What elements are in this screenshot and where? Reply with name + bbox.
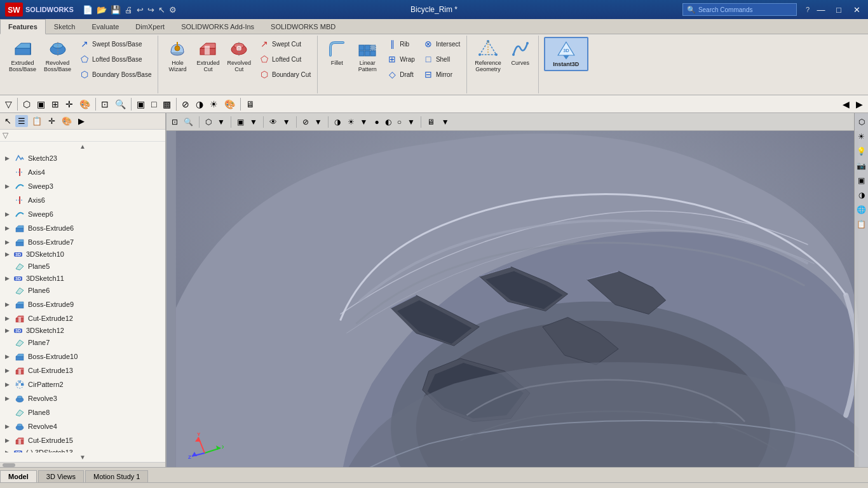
vt-orient[interactable]: ⬡ xyxy=(203,116,214,128)
save-btn[interactable]: 💾 xyxy=(111,5,121,15)
tree-item-revolve4[interactable]: ▶ Revolve4 xyxy=(0,419,165,433)
tree-item-cut-extrude12[interactable]: ▶ Cut-Extrude12 xyxy=(0,311,165,325)
tab-dimxpert[interactable]: DimXpert xyxy=(127,19,173,34)
view-display-shaded[interactable]: ▣ xyxy=(134,98,147,111)
curves-btn[interactable]: Curves xyxy=(506,37,534,69)
tree-item-cirpattern2[interactable]: ▶ CirPattern2 xyxy=(0,377,165,391)
tab-evaluate[interactable]: Evaluate xyxy=(84,19,128,34)
select-btn[interactable]: ↖ xyxy=(158,5,165,15)
vt-monitor[interactable]: 🖥 xyxy=(424,116,437,128)
model-viewport[interactable]: X Y Z xyxy=(166,131,868,467)
vt-color-arrow[interactable]: ▼ xyxy=(405,116,417,128)
redo-btn[interactable]: ↪ xyxy=(147,5,154,15)
tree-item-3dsketch11[interactable]: ▶ 3D 3DSketch11 xyxy=(0,273,165,283)
tree-item-axis6[interactable]: Axis6 xyxy=(0,193,165,207)
vt-display-arrow[interactable]: ▼ xyxy=(247,116,260,128)
ri-btn2[interactable]: ☀ xyxy=(855,130,868,143)
reference-geometry-btn[interactable]: ReferenceGeometry xyxy=(472,37,504,75)
tab-motion-study[interactable]: Motion Study 1 xyxy=(85,470,148,482)
tree-scroll-up[interactable]: ▲ xyxy=(0,142,165,151)
revolved-boss-btn[interactable]: RevolvedBoss/Base xyxy=(41,37,74,75)
cmd-filter-icon[interactable]: ▽ xyxy=(3,98,15,111)
vt-section[interactable]: ⊘ xyxy=(300,116,311,128)
tree-list-btn[interactable]: ☰ xyxy=(15,115,28,127)
vt-zoom-inout[interactable]: 🔍 xyxy=(181,116,196,128)
linear-pattern-btn[interactable]: LinearPattern xyxy=(353,37,381,75)
draft-btn[interactable]: ◇ Draft xyxy=(384,67,417,81)
viewport[interactable]: ⊡ 🔍 ⬡ ▼ ▣ ▼ 👁 ▼ ⊘ ▼ xyxy=(166,113,868,467)
hole-wizard-btn[interactable]: HoleWizard xyxy=(163,37,191,75)
options-btn[interactable]: ⚙ xyxy=(169,5,177,15)
vt-zoom-fit[interactable]: ⊡ xyxy=(169,116,180,128)
extruded-boss-btn[interactable]: ExtrudedBoss/Base xyxy=(6,37,39,75)
lofted-cut-btn[interactable]: ⬠ Lofted Cut xyxy=(256,52,313,66)
revolved-cut-btn[interactable]: RevolvedCut xyxy=(224,37,254,75)
vt-appear[interactable]: ◑ xyxy=(332,116,343,128)
tab-mbd[interactable]: SOLIDWORKS MBD xyxy=(262,19,344,34)
print-btn[interactable]: 🖨 xyxy=(125,5,133,15)
open-btn[interactable]: 📂 xyxy=(97,5,107,15)
view-monitor[interactable]: 🖥 xyxy=(243,98,257,111)
tree-item-cut-extrude15[interactable]: ▶ Cut-Extrude15 xyxy=(0,433,165,447)
vt-hide-show[interactable]: 👁 xyxy=(267,116,280,128)
cmd-view4[interactable]: ✛ xyxy=(63,98,76,111)
cmd-view1[interactable]: ⬡ xyxy=(20,98,33,111)
ri-btn7[interactable]: 🌐 xyxy=(855,203,868,216)
extruded-cut-btn[interactable]: ExtrudedCut xyxy=(194,37,222,75)
ri-btn3[interactable]: 💡 xyxy=(855,145,868,158)
tree-item-3dsketch10[interactable]: ▶ 3D 3DSketch10 xyxy=(0,249,165,259)
tab-3d-views[interactable]: 3D Views xyxy=(38,470,84,482)
view-display-hlr[interactable]: ▩ xyxy=(160,98,173,111)
help-btn[interactable]: ? xyxy=(806,6,810,13)
tree-item-cut-extrude13[interactable]: ▶ Cut-Extrude13 xyxy=(0,363,165,377)
cmd-color-wheel[interactable]: 🎨 xyxy=(77,98,93,111)
tree-item-revolve3[interactable]: ▶ Revolve3 xyxy=(0,391,165,405)
view-zoom-inout[interactable]: 🔍 xyxy=(112,98,128,111)
boundary-boss-btn[interactable]: ⬡ Boundary Boss/Base xyxy=(76,67,154,81)
close-btn[interactable]: ✕ xyxy=(850,5,863,15)
tree-expand-btn[interactable]: ▶ xyxy=(76,115,87,127)
minimize-btn[interactable]: — xyxy=(815,5,827,15)
boundary-cut-btn[interactable]: ⬡ Boundary Cut xyxy=(256,67,313,81)
tab-addins[interactable]: SOLIDWORKS Add-Ins xyxy=(173,19,262,34)
search-box[interactable]: 🔍 Search Commands xyxy=(682,3,797,16)
tree-item-boss-extrude6[interactable]: ▶ Boss-Extrude6 xyxy=(0,221,165,235)
restore-btn[interactable]: □ xyxy=(832,5,845,15)
hscroll-thumb[interactable] xyxy=(3,463,15,467)
tab-sketch[interactable]: Sketch xyxy=(46,19,84,34)
vt-scene[interactable]: ☀ xyxy=(345,116,357,128)
tree-scroll-down[interactable]: ▼ xyxy=(0,452,165,462)
tree-item-boss-extrude7[interactable]: ▶ Boss-Extrude7 xyxy=(0,235,165,249)
vt-color1[interactable]: ● xyxy=(372,116,381,128)
tree-item-sweep6[interactable]: ▶ Sweep6 xyxy=(0,207,165,221)
rib-btn[interactable]: ∥ Rib xyxy=(384,37,417,51)
tab-features[interactable]: Features xyxy=(0,19,46,34)
view-zoom-fit[interactable]: ⊡ xyxy=(98,98,111,111)
view-shadow[interactable]: ◑ xyxy=(193,98,206,111)
ri-btn4[interactable]: 📷 xyxy=(855,159,868,172)
vt-monitor-arrow[interactable]: ▼ xyxy=(439,116,452,128)
fillet-btn[interactable]: Fillet xyxy=(323,37,351,69)
view-section[interactable]: ⊘ xyxy=(179,98,192,111)
ri-btn1[interactable]: ⬡ xyxy=(855,116,868,128)
lofted-boss-btn[interactable]: ⬠ Lofted Boss/Base xyxy=(76,52,154,66)
tree-item-plane5[interactable]: Plane5 xyxy=(0,259,165,273)
vt-orient-arrow[interactable]: ▼ xyxy=(215,116,227,128)
ri-btn5[interactable]: ▣ xyxy=(855,174,868,187)
swept-boss-btn[interactable]: ↗ Swept Boss/Base xyxy=(76,37,154,51)
view-ambient[interactable]: ☀ xyxy=(207,98,220,111)
cmd-view2[interactable]: ▣ xyxy=(34,98,48,111)
tree-cursor-btn[interactable]: ↖ xyxy=(2,115,14,127)
view-appear[interactable]: 🎨 xyxy=(222,98,238,111)
tree-display-btn[interactable]: 🎨 xyxy=(59,115,74,127)
ri-btn6[interactable]: ◑ xyxy=(855,189,868,201)
vt-section-arrow[interactable]: ▼ xyxy=(312,116,325,128)
ri-btn8[interactable]: 📋 xyxy=(855,218,868,231)
vt-scene-arrow[interactable]: ▼ xyxy=(358,116,370,128)
tree-item-plane6[interactable]: Plane6 xyxy=(0,283,165,297)
undo-btn[interactable]: ↩ xyxy=(137,5,144,15)
swept-cut-btn[interactable]: ↗ Swept Cut xyxy=(256,37,313,51)
vt-color3[interactable]: ○ xyxy=(395,116,404,128)
intersect-btn[interactable]: ⊗ Intersect xyxy=(420,37,463,51)
vt-color2[interactable]: ◐ xyxy=(383,116,394,128)
